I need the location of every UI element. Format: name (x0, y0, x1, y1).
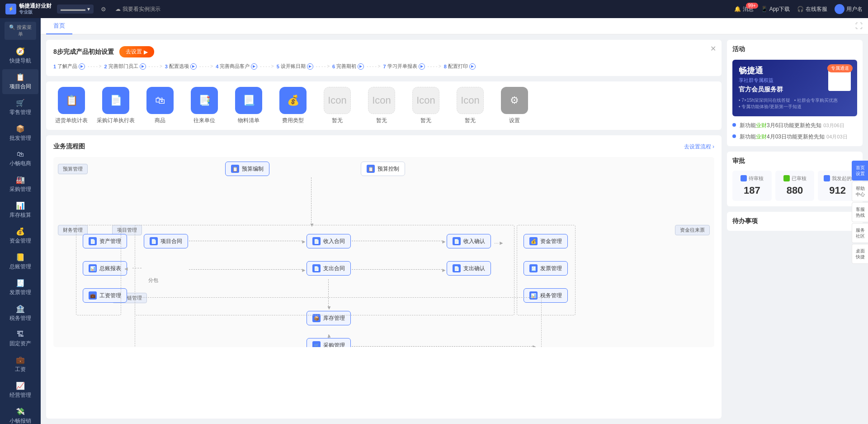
quick-icon-expense-type[interactable]: 💰费用类型 (273, 87, 313, 124)
approval-stat-initiated[interactable]: 我发起的912 (818, 171, 857, 201)
sidebar-icon-purchase: 🏭 (16, 176, 25, 184)
shortcut-help[interactable]: 帮助中心 (852, 181, 868, 201)
node-tax-mgmt[interactable]: 📊 税务管理 (524, 288, 568, 303)
doc-icon: 📄 (453, 237, 461, 245)
sidebar-item-quick-nav[interactable]: 🧭快捷导航 (2, 43, 38, 68)
icon-label-import-stat: 进货单统计表 (55, 117, 88, 124)
sidebar-item-inventory-calc[interactable]: 📊库存核算 (2, 198, 38, 223)
node-inventory[interactable]: 📦 库存管理 (307, 311, 351, 325)
step-4: 4完善商品客户▶ (216, 63, 257, 70)
step-arrow: - - - - > (316, 64, 330, 69)
quick-icon-placeholder2[interactable]: Icon暂无 (362, 87, 401, 124)
node-payroll[interactable]: 💼 工资管理 (83, 288, 127, 303)
sidebar-icon-finance: 💰 (16, 227, 25, 236)
sidebar-item-finance[interactable]: 💰资金管理 (2, 224, 38, 248)
sidebar-item-expense[interactable]: 💸小畅报销 (2, 404, 38, 424)
approval-stats: 待审核187已审核880我发起的912 (732, 171, 857, 201)
approval-stat-pending[interactable]: 待审核187 (732, 171, 772, 201)
news-item-0: 新功能业财3月6日功能更新抢先知03月06日 (732, 122, 857, 129)
approval-stat-approved[interactable]: 已审核880 (775, 171, 815, 201)
setup-steps: 1了解产品▶- - - - >2完善部门员工▶- - - - >3配置选项▶- … (53, 63, 714, 70)
node-budget-make[interactable]: 📋 预算编制 (225, 162, 269, 176)
node-expense-confirm[interactable]: 📄 支出确认 (447, 261, 491, 276)
quick-icon-settings-quick[interactable]: ⚙设置 (495, 87, 534, 124)
icon-label-placeholder1: 暂无 (332, 117, 343, 124)
online-service-btn[interactable]: 🎧 在线客服 (797, 5, 827, 13)
sidebar-search[interactable]: 🔍 搜索菜单 (5, 22, 36, 40)
step-arrow: - - - - > (149, 64, 162, 69)
news-item-1: 新功能业财4月03日功能更新抢先知04月03日 (732, 133, 857, 141)
step-2: 2完善部门员工▶ (104, 63, 146, 70)
tab-home[interactable]: 首页 (46, 18, 72, 34)
shortcut-desktop[interactable]: 桌面快捷 (852, 244, 868, 264)
message-badge: 99+ (746, 3, 758, 9)
maximize-btn[interactable]: ⛶ (855, 22, 863, 30)
sidebar-label-wholesale: 批发管理 (9, 134, 31, 142)
sidebar-item-retail[interactable]: 🛒零售管理 (2, 95, 38, 120)
flow-diagram: 预算管理 财务管理 项目管理 资金往来票 供应链管理 📋 预算编制 📋 预算控制 (53, 157, 714, 347)
sidebar-item-invoice[interactable]: 🧾发票管理 (2, 275, 38, 300)
sidebar-label-finance: 资金管理 (9, 237, 31, 245)
sidebar-icon-project-contract: 📋 (16, 73, 25, 81)
stat-icon-initiated (824, 175, 830, 181)
sidebar-item-wholesale[interactable]: 📦批发管理 (2, 121, 38, 146)
go-setting-btn[interactable]: 去设置 ▶ (119, 46, 154, 57)
activity-banner: 畅捷通 享社群专属权益 官方会员服务群 ▦ • 7×15h深深圳问在线答疑 • … (732, 60, 857, 116)
sidebar-label-expense: 小畅报销 (9, 417, 31, 424)
top-settings-icon[interactable]: ⚙ (97, 3, 110, 15)
shortcut-hotline[interactable]: 客服热线 (852, 202, 868, 222)
node-general-ledger-rpt[interactable]: 📊 总账报表 (83, 261, 127, 276)
node-asset-mgmt[interactable]: 📄 资产管理 (83, 234, 127, 248)
message-btn[interactable]: 🔔 消息 99+ (734, 5, 754, 13)
approval-title: 审批 (732, 157, 857, 165)
icon-label-settings-quick: 设置 (509, 117, 520, 124)
banner-tag-btn[interactable]: 专属通道 (827, 64, 853, 72)
node-invoice-mgmt[interactable]: 🧾 发票管理 (524, 261, 568, 276)
banner-line2: 官方会员服务群 (739, 86, 783, 93)
app-edition: 专业版 (19, 9, 52, 15)
sidebar-item-operations[interactable]: 📈经营管理 (2, 378, 38, 403)
sidebar-item-tax[interactable]: 🏦税务管理 (2, 301, 38, 326)
quick-icon-purchase-order[interactable]: 📄采购订单执行表 (96, 87, 136, 124)
arrow-right-icon: ▶ (144, 49, 148, 55)
headset-icon: 🎧 (797, 6, 804, 12)
icon-label-placeholder3: 暂无 (420, 117, 431, 124)
node-budget-control[interactable]: 📋 预算控制 (361, 162, 405, 176)
node-expense-contract[interactable]: 📄 支出合同 (307, 261, 351, 276)
section-budget: 预算管理 (58, 164, 88, 174)
app-download-btn[interactable]: 📱 App下载 (761, 5, 790, 13)
step-6: 6完善期初▶ (332, 63, 364, 70)
node-project-contract[interactable]: 📄 项目合同 (144, 234, 188, 248)
quick-icon-import-stat[interactable]: 📋进货单统计表 (52, 87, 91, 124)
sidebar-item-payroll[interactable]: 💼工资 (2, 352, 38, 377)
sidebar-item-purchase[interactable]: 🏭采购管理 (2, 172, 38, 197)
node-income-contract[interactable]: 📄 收入合同 (307, 234, 351, 248)
quick-icon-goods[interactable]: 🛍商品 (140, 87, 180, 124)
node-income-confirm[interactable]: 📄 收入确认 (447, 234, 491, 248)
sidebar-icon-general-ledger: 📒 (16, 253, 25, 262)
user-menu[interactable]: 用户名 (835, 4, 863, 14)
main-layout: 🔍 搜索菜单 🧭快捷导航📋项目合同🛒零售管理📦批发管理🛍小畅电商🏭采购管理📊库存… (0, 18, 868, 424)
flow-setup-link[interactable]: 去设置流程 › (684, 143, 714, 151)
shortcut-home-shortcut[interactable]: 首页设置 (852, 161, 868, 181)
node-purchase[interactable]: 🛒 采购管理 (307, 338, 351, 347)
sidebar-item-ecommerce[interactable]: 🛍小畅电商 (2, 147, 38, 171)
sidebar-item-general-ledger[interactable]: 📒总账管理 (2, 249, 38, 274)
company-selector[interactable]: ▬▬▬▬▬ ▾ (57, 5, 94, 14)
sidebar-item-project-contract[interactable]: 📋项目合同 (2, 69, 38, 94)
doc-icon: 💰 (529, 237, 538, 245)
search-icon: 🔍 (9, 24, 15, 30)
shortcut-community[interactable]: 服务社区 (852, 223, 868, 243)
quick-icon-placeholder3[interactable]: Icon暂无 (406, 87, 446, 124)
doc-icon: 📄 (312, 264, 321, 272)
quick-icon-partner[interactable]: 📑往来单位 (184, 87, 224, 124)
demo-link[interactable]: ☁ 我要看实例演示 (115, 5, 160, 13)
close-icon[interactable]: ✕ (710, 44, 716, 53)
quick-icon-material-list[interactable]: 📃物料清单 (229, 87, 269, 124)
user-name: 用户名 (846, 5, 863, 13)
sidebar-item-fixed-assets[interactable]: 🏗固定资产 (2, 327, 38, 351)
setup-banner: ✕ 8步完成产品初始设置 去设置 ▶ 1了解产品▶- - - - >2完善部门员… (46, 40, 722, 76)
quick-icon-placeholder1[interactable]: Icon暂无 (317, 87, 357, 124)
node-capital-mgmt[interactable]: 💰 资金管理 (524, 234, 568, 248)
quick-icon-placeholder4[interactable]: Icon暂无 (450, 87, 490, 124)
